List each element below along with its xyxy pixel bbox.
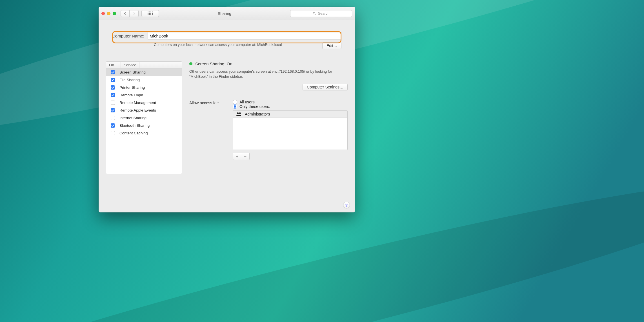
service-row[interactable]: Bluetooth Sharing [106,122,182,129]
service-checkbox[interactable] [111,131,115,135]
status-row: Screen Sharing: On [189,61,348,66]
close-window-button[interactable] [101,12,105,15]
service-checkbox[interactable] [111,101,115,105]
minus-icon: － [243,153,248,160]
service-checkbox[interactable] [111,78,115,82]
service-label: File Sharing [119,78,140,82]
computer-name-subtext: Computers on your local network can acce… [154,42,319,49]
service-row[interactable]: Content Caching [106,129,182,137]
grid-icon [148,12,153,15]
user-item[interactable]: Administrators [233,111,347,118]
computer-name-row: Computer Name: [112,32,341,39]
add-user-button[interactable]: ＋ [233,153,241,160]
services-col-on[interactable]: On [106,62,121,68]
service-label: Content Caching [119,131,148,135]
chevron-left-icon [124,12,126,15]
service-label: Screen Sharing [119,70,146,74]
service-checkbox[interactable] [111,108,115,112]
service-checkbox[interactable] [111,93,115,97]
service-label: Remote Apple Events [119,108,156,112]
status-title: Screen Sharing: On [195,61,232,66]
service-checkbox[interactable] [111,116,115,120]
radio-button[interactable] [233,100,237,104]
service-row[interactable]: Printer Sharing [106,84,182,91]
computer-settings-button[interactable]: Computer Settings… [303,84,348,90]
computer-name-subtext-row: Computers on your local network can acce… [154,42,341,49]
service-checkbox[interactable] [111,85,115,90]
service-checkbox[interactable] [111,123,115,128]
access-radio-row[interactable]: All users [233,100,348,104]
toolbar: Sharing Search [99,7,355,20]
access-radio-row[interactable]: Only these users: [233,104,348,109]
window-title: Sharing [162,11,287,16]
computer-name-input[interactable] [148,32,341,39]
sharing-preferences-window: Sharing Search Computer Name: Computers … [99,7,355,212]
radio-button[interactable] [233,104,237,109]
service-row[interactable]: File Sharing [106,76,182,84]
service-row[interactable]: Remote Login [106,91,182,99]
computer-name-label: Computer Name: [112,34,144,38]
services-table: On Service Screen SharingFile SharingPri… [106,61,182,174]
edit-hostname-button[interactable]: Edit… [322,42,341,49]
show-all-button[interactable] [141,10,159,17]
radio-label: All users [239,100,255,104]
chevron-right-icon [133,12,135,15]
service-label: Remote Management [119,101,156,105]
service-label: Remote Login [119,93,143,97]
minimize-window-button[interactable] [107,12,110,15]
allowed-users-list[interactable]: Administrators [233,110,348,150]
service-checkbox[interactable] [111,70,115,74]
help-icon: ? [345,203,348,208]
access-section: Allow access for: All usersOnly these us… [189,100,348,160]
window-controls [101,12,116,15]
service-row[interactable]: Remote Apple Events [106,106,182,114]
plus-icon: ＋ [235,153,239,160]
nav-segment [121,10,139,17]
user-label: Administrators [245,112,270,116]
search-field[interactable]: Search [290,10,352,17]
access-label: Allow access for: [189,100,231,105]
service-row[interactable]: Screen Sharing [106,68,182,76]
pane-body: Computer Name: Computers on your local n… [99,20,355,212]
users-icon [236,112,241,116]
service-label: Bluetooth Sharing [119,123,150,128]
user-add-remove-segment: ＋ － [233,153,348,160]
radio-label: Only these users: [239,104,270,109]
service-label: Printer Sharing [119,85,145,90]
divider [189,95,348,95]
back-button[interactable] [121,10,130,17]
zoom-window-button[interactable] [113,12,116,15]
forward-button[interactable] [130,10,139,17]
search-icon [313,12,316,15]
search-placeholder: Search [318,11,329,15]
services-col-service[interactable]: Service [121,62,139,68]
status-led-icon [189,62,192,65]
status-description: Other users can access your computer's s… [189,69,348,79]
service-row[interactable]: Remote Management [106,99,182,106]
service-row[interactable]: Internet Sharing [106,114,182,122]
service-label: Internet Sharing [119,116,146,120]
service-detail: Screen Sharing: On Other users can acces… [189,61,348,174]
remove-user-button[interactable]: － [241,153,250,160]
services-header: On Service [106,62,182,68]
help-button[interactable]: ? [343,202,350,208]
